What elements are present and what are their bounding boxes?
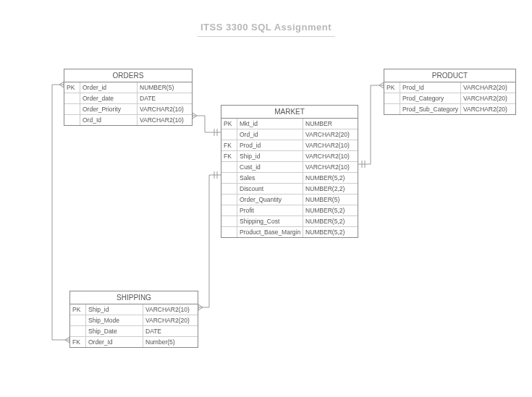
entity-shipping-title: SHIPPING	[70, 291, 198, 304]
type-cell: NUMBER	[303, 119, 358, 129]
table-row: Prod_CategoryVARCHAR2(20)	[384, 93, 515, 103]
entity-product: PRODUCT PKProd_IdVARCHAR2(20)Prod_Catego…	[384, 69, 516, 115]
name-cell: Ord_Id	[80, 114, 138, 125]
name-cell: Ship_Mode	[86, 315, 143, 325]
name-cell: Ship_id	[237, 150, 303, 161]
type-cell: VARCHAR2(10)	[303, 140, 358, 150]
key-cell	[221, 172, 237, 183]
table-row: SalesNUMBER(5,2)	[221, 172, 358, 183]
type-cell: VARCHAR2(20)	[461, 82, 515, 93]
key-cell	[221, 129, 237, 140]
type-cell: Number(5)	[143, 336, 198, 347]
key-cell: PK	[70, 304, 86, 315]
key-cell	[70, 325, 86, 336]
table-row: ProfitNUMBER(5,2)	[221, 205, 358, 215]
name-cell: Sales	[237, 172, 303, 183]
table-row: Ship_ModeVARCHAR2(20)	[70, 315, 198, 325]
type-cell: NUMBER(5,2)	[303, 215, 358, 226]
type-cell: VARCHAR2(10)	[303, 161, 358, 172]
key-cell	[64, 93, 80, 103]
name-cell: Order_Quantity	[237, 194, 303, 205]
entity-market: MARKET PKMkt_idNUMBEROrd_idVARCHAR2(20)F…	[221, 105, 358, 238]
key-cell	[64, 114, 80, 125]
name-cell: Prod_Id	[400, 82, 461, 93]
crow-shipping	[198, 304, 203, 310]
crow-orders	[193, 113, 197, 119]
name-cell: Shipping_Cost	[237, 215, 303, 226]
key-cell: FK	[70, 336, 86, 347]
name-cell: Prod_id	[237, 140, 303, 150]
table-row: FKOrder_IdNumber(5)	[70, 336, 198, 347]
key-cell	[221, 194, 237, 205]
type-cell: NUMBER(5,2)	[303, 205, 358, 215]
key-cell: PK	[221, 119, 237, 129]
key-cell	[70, 315, 86, 325]
name-cell: Order_id	[80, 82, 138, 93]
type-cell: NUMBER(5,2)	[303, 172, 358, 183]
table-row: Order_PriorityVARCHAR2(10)	[64, 103, 192, 114]
table-row: Cust_idVARCHAR2(10)	[221, 161, 358, 172]
key-cell	[221, 205, 237, 215]
name-cell: Ord_id	[237, 129, 303, 140]
type-cell: VARCHAR2(10)	[138, 103, 192, 114]
key-cell	[221, 183, 237, 194]
key-cell	[221, 215, 237, 226]
table-row: Ord_idVARCHAR2(20)	[221, 129, 358, 140]
type-cell: NUMBER(5)	[303, 194, 358, 205]
key-cell: PK	[64, 82, 80, 93]
type-cell: DATE	[138, 93, 192, 103]
name-cell: Discount	[237, 183, 303, 194]
table-row: Ord_IdVARCHAR2(10)	[64, 114, 192, 125]
table-row: Ship_DateDATE	[70, 325, 198, 336]
type-cell: NUMBER(5,2)	[303, 226, 358, 237]
table-row: PKShip_idVARCHAR2(10)	[70, 304, 198, 315]
entity-shipping: SHIPPING PKShip_idVARCHAR2(10)Ship_ModeV…	[69, 291, 198, 348]
key-cell: PK	[384, 82, 400, 93]
type-cell: NUMBER(2,2)	[303, 183, 358, 194]
name-cell: Product_Base_Margin	[237, 226, 303, 237]
table-row: PKProd_IdVARCHAR2(20)	[384, 82, 515, 93]
table-row: PKOrder_idNUMBER(5)	[64, 82, 192, 93]
key-cell: FK	[221, 150, 237, 161]
type-cell: VARCHAR2(10)	[143, 304, 198, 315]
key-cell	[384, 103, 400, 114]
name-cell: Order_Priority	[80, 103, 138, 114]
table-row: Prod_Sub_CategoryVARCHAR2(20)	[384, 103, 515, 114]
type-cell: VARCHAR2(10)	[138, 114, 192, 125]
name-cell: Cust_id	[237, 161, 303, 172]
type-cell: VARCHAR2(20)	[461, 93, 515, 103]
key-cell	[64, 103, 80, 114]
type-cell: VARCHAR2(10)	[303, 150, 358, 161]
name-cell: Order_Id	[86, 336, 143, 347]
name-cell: Ship_id	[86, 304, 143, 315]
name-cell: Mkt_id	[237, 119, 303, 129]
entity-market-title: MARKET	[221, 106, 358, 119]
rel-product-market	[358, 85, 384, 164]
type-cell: NUMBER(5)	[138, 82, 192, 93]
table-row: FKShip_idVARCHAR2(10)	[221, 150, 358, 161]
rel-shipping-market	[198, 175, 221, 307]
key-cell	[221, 161, 237, 172]
entity-orders: ORDERS PKOrder_idNUMBER(5)Order_dateDATE…	[64, 69, 193, 126]
page-title: ITSS 3300 SQL Assignment	[0, 22, 532, 33]
name-cell: Profit	[237, 205, 303, 215]
key-cell	[221, 226, 237, 237]
type-cell: VARCHAR2(20)	[303, 129, 358, 140]
title-underline	[198, 36, 335, 37]
type-cell: VARCHAR2(20)	[461, 103, 515, 114]
table-row: Order_dateDATE	[64, 93, 192, 103]
key-cell: FK	[221, 140, 237, 150]
entity-orders-title: ORDERS	[64, 69, 192, 82]
name-cell: Ship_Date	[86, 325, 143, 336]
type-cell: DATE	[143, 325, 198, 336]
name-cell: Prod_Sub_Category	[400, 103, 461, 114]
table-row: DiscountNUMBER(2,2)	[221, 183, 358, 194]
name-cell: Order_date	[80, 93, 138, 103]
table-row: Shipping_CostNUMBER(5,2)	[221, 215, 358, 226]
rel-orders-market	[193, 116, 221, 132]
type-cell: VARCHAR2(20)	[143, 315, 198, 325]
name-cell: Prod_Category	[400, 93, 461, 103]
key-cell	[384, 93, 400, 103]
table-row: FKProd_idVARCHAR2(10)	[221, 140, 358, 150]
table-row: Order_QuantityNUMBER(5)	[221, 194, 358, 205]
